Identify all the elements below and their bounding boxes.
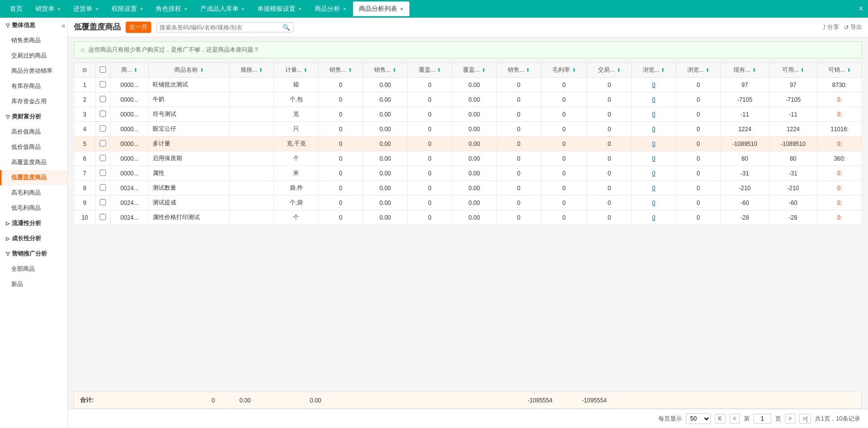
nav-tab-product-analysis-close[interactable]: × bbox=[343, 6, 346, 12]
col-code-sort: ⬆ bbox=[134, 67, 137, 73]
nav-tab-product-analysis[interactable]: 商品分析 × bbox=[309, 1, 352, 16]
nav-tab-template[interactable]: 单据模板设置 × bbox=[251, 1, 307, 16]
last-page-button[interactable]: >| bbox=[799, 414, 811, 424]
nav-tab-sales-close[interactable]: × bbox=[57, 6, 60, 12]
sidebar-section-liquidity[interactable]: ▷ 流通性分析 bbox=[0, 216, 67, 231]
col-current-stock[interactable]: 现有... ⬆ bbox=[721, 63, 769, 78]
export-button[interactable]: ↺ 导出 bbox=[844, 23, 862, 31]
nav-tab-product-analysis-list[interactable]: 商品分析列表 × bbox=[353, 1, 409, 16]
col-sales-other[interactable]: 销售... ⬆ bbox=[496, 63, 541, 78]
row-no: 7 bbox=[74, 166, 96, 181]
sidebar-item-traded-products[interactable]: 交易过的商品 bbox=[0, 48, 67, 63]
row-checkbox[interactable] bbox=[96, 78, 110, 92]
row-browse1[interactable]: 0 bbox=[631, 210, 676, 225]
nav-tab-purchase[interactable]: 进货单 × bbox=[67, 1, 104, 16]
col-unit-sort: ⬆ bbox=[303, 67, 307, 73]
row-checkbox[interactable] bbox=[96, 122, 110, 137]
page-size-select[interactable]: 50 10 20 100 bbox=[686, 413, 711, 424]
sidebar-section-growth[interactable]: ▷ 成长性分析 bbox=[0, 231, 67, 246]
col-gross-margin[interactable]: 毛利率 ⬆ bbox=[541, 63, 587, 78]
row-checkbox[interactable] bbox=[96, 137, 110, 151]
row-checkbox[interactable] bbox=[96, 151, 110, 166]
col-code[interactable]: 商... ⬆ bbox=[110, 63, 149, 78]
sidebar-item-stock-capital[interactable]: 库存资金占用 bbox=[0, 94, 67, 109]
sidebar-section-wealth[interactable]: ▽ 类财富分析 bbox=[0, 109, 67, 124]
row-browse1[interactable]: 0 bbox=[631, 78, 676, 92]
row-gross-margin: 0 bbox=[541, 92, 587, 107]
select-all-checkbox[interactable] bbox=[100, 66, 106, 73]
col-spec[interactable]: 规格... ⬆ bbox=[229, 63, 274, 78]
nav-tab-sales[interactable]: 销货单 × bbox=[29, 1, 66, 16]
row-browse1[interactable]: 0 bbox=[631, 181, 676, 196]
nav-tab-home[interactable]: 首页 bbox=[4, 1, 28, 16]
col-browse2[interactable]: 浏览... ⬆ bbox=[676, 63, 721, 78]
sidebar-item-low-coverage[interactable]: 低覆盖度商品 bbox=[0, 170, 67, 185]
sidebar-section-marketing[interactable]: ▽ 营销推广分析 bbox=[0, 246, 67, 261]
nav-tab-purchase-close[interactable]: × bbox=[95, 6, 98, 12]
row-checkbox[interactable] bbox=[96, 166, 110, 181]
row-browse1[interactable]: 0 bbox=[631, 122, 676, 137]
sidebar-item-high-value[interactable]: 高价值商品 bbox=[0, 124, 67, 140]
nav-tab-permissions-close[interactable]: × bbox=[140, 6, 143, 12]
col-sales-qty[interactable]: 销售... ⬆ bbox=[319, 63, 363, 78]
sidebar-item-new-products[interactable]: 新品 bbox=[0, 277, 67, 292]
page-number-input[interactable] bbox=[754, 414, 771, 424]
row-checkbox[interactable] bbox=[96, 210, 110, 225]
settings-icon[interactable]: ⚙ bbox=[82, 67, 87, 74]
search-input[interactable] bbox=[160, 24, 280, 31]
sidebar-item-sales-products[interactable]: 销售类商品 bbox=[0, 33, 67, 48]
row-browse1[interactable]: 0 bbox=[631, 151, 676, 166]
row-browse1[interactable]: 0 bbox=[631, 92, 676, 107]
first-page-button[interactable]: K bbox=[715, 414, 726, 424]
row-checkbox[interactable] bbox=[96, 196, 110, 210]
row-browse1[interactable]: 0 bbox=[631, 196, 676, 210]
col-cover1[interactable]: 覆盖... ⬆ bbox=[407, 63, 452, 78]
col-transaction[interactable]: 交易... ⬆ bbox=[587, 63, 632, 78]
sidebar-item-low-margin[interactable]: 低毛利商品 bbox=[0, 200, 67, 216]
sidebar-section-wealth-label: 类财富分析 bbox=[12, 113, 41, 121]
col-browse1[interactable]: 浏览... ⬆ bbox=[631, 63, 676, 78]
date-filter-button[interactable]: 近一月 bbox=[126, 22, 151, 33]
nav-tab-template-close[interactable]: × bbox=[298, 6, 301, 12]
sidebar-item-high-coverage[interactable]: 高覆盖度商品 bbox=[0, 155, 67, 170]
col-checkbox[interactable] bbox=[96, 63, 110, 78]
row-unit: 个 bbox=[274, 151, 319, 166]
prev-page-button[interactable]: < bbox=[730, 414, 740, 424]
col-saleable[interactable]: 可销... ⬆ bbox=[817, 63, 862, 78]
row-code: 0024... bbox=[110, 196, 149, 210]
col-unit[interactable]: 计量... ⬆ bbox=[274, 63, 319, 78]
row-checkbox[interactable] bbox=[96, 107, 110, 122]
row-browse1[interactable]: 0 bbox=[631, 107, 676, 122]
sidebar-collapse-icon[interactable]: « bbox=[61, 22, 65, 29]
col-cover2[interactable]: 覆盖... ⬆ bbox=[452, 63, 497, 78]
sidebar-section-overall[interactable]: ▽ 整体信息 bbox=[0, 18, 67, 33]
nav-tab-permissions[interactable]: 权限设置 × bbox=[106, 1, 149, 16]
row-no: 2 bbox=[74, 92, 96, 107]
row-browse1[interactable]: 0 bbox=[631, 137, 676, 151]
row-cover2: 0.00 bbox=[452, 122, 497, 137]
nav-tab-product-analysis-list-close[interactable]: × bbox=[400, 6, 403, 12]
sidebar-item-category-rate[interactable]: 商品分类动销率 bbox=[0, 63, 67, 79]
row-browse1[interactable]: 0 bbox=[631, 166, 676, 181]
col-name[interactable]: 商品名称 ⬆ bbox=[149, 63, 229, 78]
share-button[interactable]: ⤴ 分享 bbox=[823, 23, 839, 31]
nav-tab-warehouse-close[interactable]: × bbox=[242, 6, 244, 12]
sidebar-item-all-products[interactable]: 全部商品 bbox=[0, 261, 67, 277]
row-checkbox[interactable] bbox=[96, 181, 110, 196]
col-available-stock[interactable]: 可用... ⬆ bbox=[769, 63, 817, 78]
sidebar-item-high-margin[interactable]: 高毛利商品 bbox=[0, 185, 67, 200]
col-sales-amt[interactable]: 销售... ⬆ bbox=[363, 63, 407, 78]
sidebar-item-low-value[interactable]: 低价值商品 bbox=[0, 140, 67, 155]
next-page-button[interactable]: > bbox=[785, 414, 795, 424]
window-close-icon[interactable]: × bbox=[859, 4, 863, 13]
nav-tab-roles[interactable]: 角色授权 × bbox=[150, 1, 193, 16]
sidebar-item-stocked-products[interactable]: 有库存商品 bbox=[0, 79, 67, 94]
row-checkbox[interactable] bbox=[96, 92, 110, 107]
row-available-stock: -60 bbox=[769, 196, 817, 210]
row-no: 3 bbox=[74, 107, 96, 122]
nav-tab-roles-close[interactable]: × bbox=[184, 6, 187, 12]
content-area: 低覆盖度商品 近一月 🔍 ⤴ 分享 ↺ 导出 ☆ 这些商品只有很少客户购买过，是… bbox=[68, 18, 868, 428]
sidebar: « ▽ 整体信息 销售类商品 交易过的商品 商品分类动销率 有库存商品 库存资金… bbox=[0, 18, 68, 428]
nav-tab-warehouse[interactable]: 产成品入库单 × bbox=[194, 1, 250, 16]
col-settings[interactable]: ⚙ bbox=[74, 63, 96, 78]
